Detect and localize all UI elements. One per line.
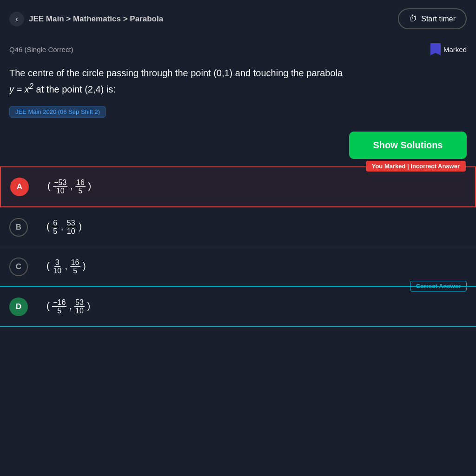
option-c-frac2: 16 5 — [70, 258, 80, 275]
question-meta: Q46 (Single Correct) Marked — [0, 38, 476, 59]
question-label: Q46 (Single Correct) — [9, 46, 73, 53]
question-body: The centre of the circle passing through… — [0, 59, 476, 106]
question-tag: JEE Main 2020 (06 Sep Shift 2) — [9, 106, 106, 118]
option-a-frac1: −53 10 — [53, 178, 67, 195]
timer-icon: ⏱ — [409, 14, 417, 24]
breadcrumb: JEE Main > Mathematics > Parabola — [29, 14, 163, 24]
solutions-row: Show Solutions — [0, 127, 476, 166]
option-c-content: ( 3 10 , 16 5 ) — [46, 258, 86, 275]
option-d-frac1: −16 5 — [52, 298, 66, 315]
marked-label: Marked — [443, 46, 467, 53]
option-circle-c: C — [9, 258, 28, 276]
option-row-d[interactable]: Correct Answer D ( −16 5 , 53 10 ) — [0, 286, 476, 327]
option-b-frac1: 6 5 — [52, 219, 58, 236]
option-d-content: ( −16 5 , 53 10 ) — [46, 298, 90, 315]
option-circle-a: A — [10, 178, 29, 196]
option-b-content: ( 6 5 , 53 10 ) — [46, 219, 82, 236]
option-a-frac2: 16 5 — [75, 178, 86, 195]
option-a-content: ( −53 10 , 16 5 ) — [47, 178, 91, 195]
option-row-c[interactable]: C ( 3 10 , 16 5 ) — [0, 247, 476, 286]
show-solutions-button[interactable]: Show Solutions — [349, 132, 467, 159]
correct-answer-badge: Correct Answer — [410, 281, 467, 291]
option-row-a[interactable]: You Marked | Incorrect Answer A ( −53 10… — [0, 166, 476, 207]
option-circle-d: D — [9, 298, 28, 316]
header-left: ‹ JEE Main > Mathematics > Parabola — [9, 12, 163, 26]
back-button[interactable]: ‹ — [9, 12, 24, 26]
option-b-frac2: 53 10 — [66, 219, 76, 236]
option-d-frac2: 53 10 — [74, 298, 85, 315]
options-container: You Marked | Incorrect Answer A ( −53 10… — [0, 166, 476, 327]
incorrect-answer-badge: You Marked | Incorrect Answer — [366, 161, 466, 172]
bookmark-icon — [430, 43, 441, 55]
start-timer-label: Start timer — [421, 15, 456, 23]
option-row-b[interactable]: B ( 6 5 , 53 10 ) — [0, 207, 476, 247]
option-circle-b: B — [9, 218, 28, 237]
start-timer-button[interactable]: ⏱ Start timer — [398, 8, 467, 29]
marked-badge: Marked — [430, 43, 467, 55]
header: ‹ JEE Main > Mathematics > Parabola ⏱ St… — [0, 0, 476, 38]
equation: y = x2 — [9, 84, 33, 94]
option-c-frac1: 3 10 — [52, 258, 62, 275]
